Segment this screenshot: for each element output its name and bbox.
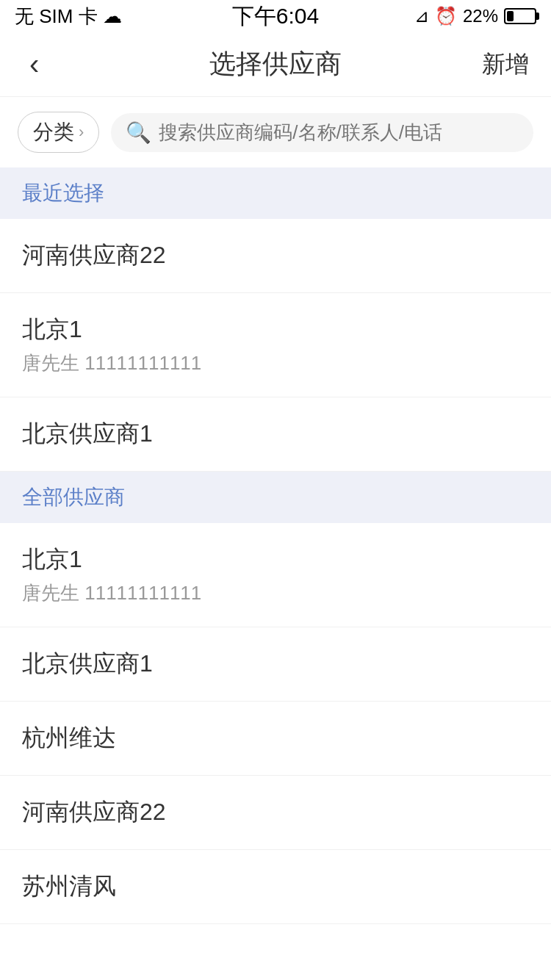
item-sub: 唐先生 11111111111 xyxy=(22,350,529,376)
alarm-icon: ⏰ xyxy=(435,6,457,26)
list-item[interactable]: 苏州清风 xyxy=(0,850,551,924)
status-time: 下午6:04 xyxy=(232,1,319,32)
status-bar: 无 SIM 卡 ☁ 下午6:04 ⊿ ⏰ 22% xyxy=(0,0,551,32)
search-wrapper[interactable]: 🔍 xyxy=(111,113,533,152)
category-button[interactable]: 分类 › xyxy=(18,112,99,153)
item-sub: 唐先生 11111111111 xyxy=(22,580,529,606)
list-item[interactable]: 河南供应商22 xyxy=(0,776,551,850)
list-item[interactable]: 河南供应商22 xyxy=(0,219,551,293)
list-item[interactable]: 北京1唐先生 11111111111 xyxy=(0,523,551,627)
back-button[interactable]: ‹ xyxy=(22,40,46,88)
location-icon: ⊿ xyxy=(414,6,429,26)
recent-list: 河南供应商22北京1唐先生 11111111111北京供应商1 xyxy=(0,219,551,472)
sim-status: 无 SIM 卡 ☁ xyxy=(15,4,122,29)
item-name: 北京1 xyxy=(22,544,529,576)
page-title: 选择供应商 xyxy=(209,46,342,82)
all-section-header: 全部供应商 xyxy=(0,472,551,523)
nav-bar: ‹ 选择供应商 新增 xyxy=(0,32,551,97)
list-item[interactable]: 杭州维达 xyxy=(0,702,551,776)
battery-icon xyxy=(504,8,536,24)
status-right: ⊿ ⏰ 22% xyxy=(414,6,536,26)
all-section-label: 全部供应商 xyxy=(22,486,125,508)
item-name: 北京1 xyxy=(22,314,529,346)
item-name: 河南供应商22 xyxy=(22,796,529,829)
list-item[interactable]: 北京供应商1 xyxy=(0,397,551,472)
chevron-right-icon: › xyxy=(79,123,84,142)
status-left: 无 SIM 卡 ☁ xyxy=(15,4,122,29)
recent-section-header: 最近选择 xyxy=(0,167,551,219)
search-area: 分类 › 🔍 xyxy=(0,97,551,167)
item-name: 杭州维达 xyxy=(22,722,529,754)
item-name: 北京供应商1 xyxy=(22,648,529,680)
search-input[interactable] xyxy=(159,121,519,144)
item-name: 北京供应商1 xyxy=(22,418,529,450)
category-label: 分类 xyxy=(33,118,74,146)
battery-percent: 22% xyxy=(463,6,498,26)
add-button[interactable]: 新增 xyxy=(482,48,529,81)
search-icon: 🔍 xyxy=(126,120,151,145)
all-list: 北京1唐先生 11111111111北京供应商1杭州维达河南供应商22苏州清风 xyxy=(0,523,551,924)
item-name: 苏州清风 xyxy=(22,871,529,903)
item-name: 河南供应商22 xyxy=(22,239,529,272)
list-item[interactable]: 北京供应商1 xyxy=(0,627,551,702)
recent-section-label: 最近选择 xyxy=(22,181,104,204)
list-item[interactable]: 北京1唐先生 11111111111 xyxy=(0,293,551,397)
